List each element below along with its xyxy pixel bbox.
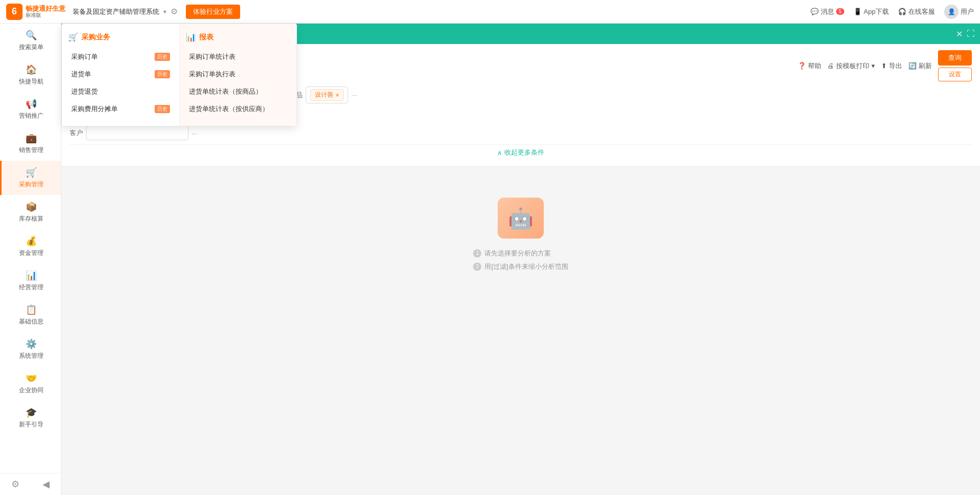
chart-icon: 📊 [26,270,37,281]
dropdown-item-order-stat[interactable]: 采购订单统计表 [186,48,291,66]
clipboard-icon: 📋 [26,304,37,315]
cost-history: 历史 [155,105,170,113]
purchase-dropdown-menu: 🛒 采购业务 采购订单 历史 进货单 历史 进货退货 采购费用分摊单 历史 📊 … [61,24,297,126]
export-btn[interactable]: ⬆ 导出 [881,61,902,71]
sidebar-item-purchase[interactable]: 🛒 采购管理 [0,161,61,195]
dropdown-item-incoming-by-goods[interactable]: 进货单统计表（按商品） [186,83,291,100]
sidebar-label-system: 系统管理 [19,352,44,360]
incoming-label: 进货单 [71,70,91,79]
sidebar-item-newbie[interactable]: 🎓 新手引导 [0,401,61,435]
sidebar-label-enterprise: 企业协同 [19,386,44,395]
sidebar-label-search: 搜索菜单 [19,43,44,52]
query-btn[interactable]: 查询 [938,50,972,66]
dropdown-item-order-exec[interactable]: 采购订单执行表 [186,66,291,83]
empty-tip-2: 2 用[过滤]条件来缩小分析范围 [473,260,568,273]
customer-filter: 客户 ··· [70,126,197,140]
sidebar-item-operations[interactable]: 📊 经营管理 [0,264,61,298]
goods-filter: 商品 设计善 × ··· [289,87,357,103]
sidebar-item-finance[interactable]: 💰 资金管理 [0,229,61,264]
tab-close-all-icon[interactable]: ✕ [956,29,963,39]
user-btn[interactable]: 👤 用户 [944,5,974,19]
goods-select[interactable]: 设计善 × [306,87,348,103]
search-icon: 🔍 [26,30,37,41]
incoming-by-goods-label: 进货单统计表（按商品） [189,87,262,96]
sidebar-item-sales[interactable]: 💼 销售管理 [0,126,61,161]
export-icon: ⬆ [881,62,887,70]
dropdown-item-return[interactable]: 进货退货 [68,83,173,100]
collapse-label: 收起更多条件 [504,148,544,157]
goods-tag-close[interactable]: × [335,92,339,99]
graduation-icon: 🎓 [26,407,37,418]
sidebar-item-system[interactable]: ⚙️ 系统管理 [0,332,61,367]
sidebar-collapse-btn[interactable]: ◀ [42,479,50,490]
message-icon: 💬 [811,8,819,15]
customer-placeholder [91,128,97,138]
collapse-up-icon: ∧ [497,149,502,157]
app-download-label: App下载 [864,7,889,16]
phone-icon: 📱 [854,8,862,15]
sidebar-item-search[interactable]: 🔍 搜索菜单 [0,24,61,58]
handshake-icon: 🤝 [26,373,37,384]
tab-bar-right: ✕ ⛶ [956,29,980,39]
tip-text-2: 用[过滤]条件来缩小分析范围 [484,260,568,273]
print-btn[interactable]: 🖨 按模板打印 ▾ [827,61,875,71]
collapse-btn[interactable]: ∧ 收起更多条件 [70,144,972,160]
purchase-business-col: 🛒 采购业务 采购订单 历史 进货单 历史 进货退货 采购费用分摊单 历史 [62,24,179,126]
customer-select[interactable] [86,126,188,140]
box-icon: 📦 [26,201,37,212]
sidebar-item-enterprise[interactable]: 🤝 企业协同 [0,367,61,401]
gear-icon[interactable]: ⚙ [171,7,178,16]
sidebar-item-marketing[interactable]: 📢 营销推广 [0,92,61,126]
message-label: 消息 [821,7,834,16]
customer-label: 客户 [70,128,83,138]
sidebar-item-basicinfo[interactable]: 📋 基础信息 [0,298,61,332]
user-avatar: 👤 [944,5,958,19]
sidebar-label-purchase: 采购管理 [19,180,44,189]
tip-num-1: 1 [473,249,481,257]
dropdown-item-cost[interactable]: 采购费用分摊单 历史 [68,100,173,118]
order-exec-label: 采购订单执行表 [189,70,236,79]
goods-more-icon[interactable]: ··· [351,91,357,99]
purchase-order-history: 历史 [155,53,170,61]
empty-robot-icon: 🤖 [498,198,544,239]
logo-sub: 标准版 [26,12,66,18]
sidebar-label-sales: 销售管理 [19,146,44,155]
industry-btn[interactable]: 体验行业方案 [186,5,240,19]
refresh-icon: 🔄 [908,62,917,70]
print-dropdown-icon[interactable]: ▾ [871,62,875,70]
system-title-area: 装备及固定资产辅助管理系统 ▾ ⚙ 体验行业方案 [68,5,811,19]
help-btn[interactable]: ❓ 帮助 [798,61,821,71]
tab-expand-icon[interactable]: ⛶ [967,29,975,38]
customer-more-icon[interactable]: ··· [191,130,197,137]
message-btn[interactable]: 💬 消息 5 [811,7,844,16]
online-service-btn[interactable]: 🎧 在线客服 [898,7,935,16]
app-download-btn[interactable]: 📱 App下载 [854,7,889,16]
purchase-title-icon: 🛒 [68,32,78,42]
money-icon: 💰 [26,235,37,247]
title-dropdown-icon[interactable]: ▾ [163,8,166,15]
user-label: 用户 [961,7,974,16]
dropdown-item-incoming-by-supplier[interactable]: 进货单统计表（按供应商） [186,100,291,118]
sidebar-item-quicknav[interactable]: 🏠 快捷导航 [0,58,61,92]
settings-icon: ⚙️ [26,338,37,350]
logo-area: 6 畅捷通好生意 标准版 [6,4,68,20]
home-icon: 🏠 [26,64,37,75]
sidebar-settings-btn[interactable]: ⚙ [11,479,19,490]
sidebar-item-inventory[interactable]: 📦 库存核算 [0,195,61,229]
megaphone-icon: 📢 [26,98,37,110]
online-service-label: 在线客服 [908,7,935,16]
filter-row-3: 客户 ··· [70,126,972,140]
dropdown-item-purchase-order[interactable]: 采购订单 历史 [68,48,173,66]
tip-num-2: 2 [473,263,481,271]
logo-text: 畅捷通好生意 标准版 [26,5,66,19]
report-title-label: 报表 [199,33,214,42]
incoming-by-supplier-label: 进货单统计表（按供应商） [189,104,269,114]
dropdown-item-incoming[interactable]: 进货单 历史 [68,66,173,83]
header-right: 💬 消息 5 📱 App下载 🎧 在线客服 👤 用户 [811,5,974,19]
goods-tag: 设计善 × [310,89,344,101]
report-title: 📊 报表 [186,32,291,42]
return-label: 进货退货 [71,87,98,96]
settings-btn[interactable]: 设置 [938,68,972,81]
refresh-btn[interactable]: 🔄 刷新 [908,61,932,71]
sidebar-label-basicinfo: 基础信息 [19,317,44,326]
